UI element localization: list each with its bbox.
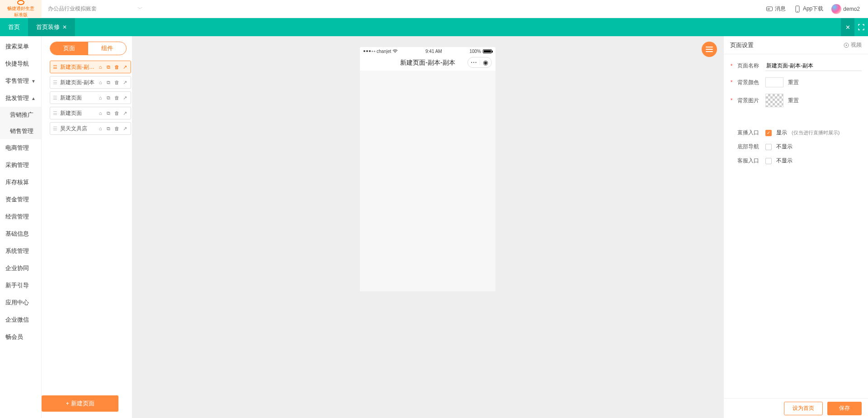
nav-label: 应用中心 xyxy=(5,299,29,307)
video-help-link[interactable]: 视频 xyxy=(844,41,862,49)
account-selector[interactable]: 办公品行业模拟账套 ﹀ xyxy=(42,5,766,13)
carrier: chanjet xyxy=(377,49,391,54)
logo[interactable]: 畅捷通好生意 标准版 xyxy=(0,0,42,18)
nav-label: 经营管理 xyxy=(5,213,29,221)
app-download-link[interactable]: App下载 xyxy=(794,5,823,13)
top-header: 畅捷通好生意 标准版 办公品行业模拟账套 ﹀ 消息 App下载 demo2 xyxy=(0,0,868,18)
nav-guide[interactable]: 新手引导 xyxy=(0,277,41,294)
capsule-close-icon[interactable]: ◉ xyxy=(480,59,492,66)
drag-icon[interactable]: ☰ xyxy=(53,64,57,70)
delete-icon[interactable]: 🗑 xyxy=(113,125,120,132)
fullscreen-button[interactable] xyxy=(854,18,868,36)
checkbox-service[interactable] xyxy=(765,158,772,164)
input-page-name[interactable] xyxy=(765,61,862,71)
new-page-button[interactable]: + 新建页面 xyxy=(42,395,118,412)
share-icon[interactable]: ↗ xyxy=(122,110,128,116)
home-icon[interactable]: ⌂ xyxy=(97,79,104,86)
nav-retail[interactable]: 零售管理▼ xyxy=(0,72,41,90)
bg-color-swatch[interactable] xyxy=(765,77,783,87)
switch-component[interactable]: 组件 xyxy=(88,42,126,55)
switch-page[interactable]: 页面 xyxy=(50,42,88,55)
nav-basic[interactable]: 基础信息 xyxy=(0,225,41,242)
nav-wholesale[interactable]: 批发管理▲ xyxy=(0,90,41,107)
set-home-button[interactable]: 设为首页 xyxy=(784,402,823,415)
nav-search[interactable]: 搜索菜单 xyxy=(0,38,41,55)
nav-member[interactable]: 畅会员 xyxy=(0,328,41,346)
wifi-icon xyxy=(392,49,398,53)
tab-home[interactable]: 首页 xyxy=(0,18,28,36)
tab-close-all-button[interactable]: ✕ xyxy=(841,18,854,36)
copy-icon[interactable]: ⧉ xyxy=(105,64,112,70)
tab-bar-actions: ✕ xyxy=(841,18,868,36)
delete-icon[interactable]: 🗑 xyxy=(113,79,120,86)
copy-icon[interactable]: ⧉ xyxy=(105,110,112,116)
copy-icon[interactable]: ⧉ xyxy=(105,95,112,101)
drag-icon[interactable]: ☰ xyxy=(53,126,57,132)
page-item[interactable]: ☰ 新建页面-副本... ⌂ ⧉ 🗑 ↗ xyxy=(50,61,131,73)
bg-image-swatch[interactable] xyxy=(765,94,783,107)
home-icon[interactable]: ⌂ xyxy=(97,110,104,116)
settings-title: 页面设置 xyxy=(730,41,754,49)
nav-system[interactable]: 系统管理 xyxy=(0,242,41,260)
nav-quick[interactable]: 快捷导航 xyxy=(0,55,41,72)
tab-editor-label: 首页装修 xyxy=(36,23,60,31)
copy-icon[interactable]: ⧉ xyxy=(105,79,112,86)
nav-marketing[interactable]: 营销推广 xyxy=(0,107,41,123)
save-button[interactable]: 保存 xyxy=(827,402,862,415)
close-icon[interactable]: ✕ xyxy=(62,24,67,30)
share-icon[interactable]: ↗ xyxy=(122,64,128,70)
reset-bg-color[interactable]: 重置 xyxy=(788,79,799,86)
page-name: 新建页面 xyxy=(60,94,94,102)
nav-appcenter[interactable]: 应用中心 xyxy=(0,294,41,311)
share-icon[interactable]: ↗ xyxy=(122,95,128,101)
messages-link[interactable]: 消息 xyxy=(766,5,786,13)
copy-icon[interactable]: ⧉ xyxy=(105,125,112,132)
label-bottom-nav: 底部导航 xyxy=(737,143,761,151)
field-page-name: * 页面名称 xyxy=(730,61,862,71)
nav-wecom[interactable]: 企业微信 xyxy=(0,311,41,328)
miniapp-capsule[interactable]: ⋯ ◉ xyxy=(467,57,492,68)
nav-purchase[interactable]: 采购管理 xyxy=(0,157,41,174)
page-item[interactable]: ☰ 新建页面 ⌂⧉🗑↗ xyxy=(50,91,131,104)
phone-body[interactable] xyxy=(360,71,495,291)
settings-header: 页面设置 视频 xyxy=(724,36,868,54)
drag-icon[interactable]: ☰ xyxy=(53,95,57,101)
home-icon[interactable]: ⌂ xyxy=(97,64,104,70)
canvas-menu-button[interactable] xyxy=(702,42,717,57)
reset-bg-image[interactable]: 重置 xyxy=(788,97,799,104)
delete-icon[interactable]: 🗑 xyxy=(113,110,120,116)
nav-inventory[interactable]: 库存核算 xyxy=(0,174,41,191)
nav-label: 零售管理 xyxy=(5,77,29,85)
nav-label: 电商管理 xyxy=(5,144,29,152)
drag-icon[interactable]: ☰ xyxy=(53,80,57,86)
capsule-more-icon[interactable]: ⋯ xyxy=(468,59,480,66)
field-live: * 直播入口 ✓ 显示 (仅当进行直播时展示) xyxy=(730,129,862,137)
checkbox-live-label: 显示 xyxy=(776,129,787,137)
share-icon[interactable]: ↗ xyxy=(122,79,128,86)
page-item[interactable]: ☰ 昊天文具店 ⌂⧉🗑↗ xyxy=(50,122,131,135)
page-item[interactable]: ☰ 新建页面-副本 ⌂⧉🗑↗ xyxy=(50,76,131,89)
page-list-column: 页面 组件 ☰ 新建页面-副本... ⌂ ⧉ 🗑 ↗ xyxy=(42,36,132,418)
checkbox-live[interactable]: ✓ xyxy=(765,130,772,136)
checkbox-service-label: 不显示 xyxy=(776,157,793,165)
home-icon[interactable]: ⌂ xyxy=(97,95,104,101)
video-label: 视频 xyxy=(851,41,862,49)
nav-label: 库存核算 xyxy=(5,178,29,186)
checkbox-bottom-nav[interactable] xyxy=(765,144,772,150)
nav-finance[interactable]: 资金管理 xyxy=(0,191,41,208)
delete-icon[interactable]: 🗑 xyxy=(113,95,120,101)
nav-ecommerce[interactable]: 电商管理 xyxy=(0,139,41,157)
tab-editor[interactable]: 首页装修 ✕ xyxy=(28,18,75,36)
delete-icon[interactable]: 🗑 xyxy=(113,64,120,70)
fullscreen-icon xyxy=(858,24,864,30)
nav-collab[interactable]: 企业协同 xyxy=(0,260,41,277)
nav-operation[interactable]: 经营管理 xyxy=(0,208,41,225)
home-icon[interactable]: ⌂ xyxy=(97,125,104,132)
page-item[interactable]: ☰ 新建页面 ⌂⧉🗑↗ xyxy=(50,107,131,119)
nav-label: 企业协同 xyxy=(5,264,29,272)
user-menu[interactable]: demo2 xyxy=(831,4,860,14)
share-icon[interactable]: ↗ xyxy=(122,125,128,132)
phone-time: 9:41 AM xyxy=(425,49,442,54)
drag-icon[interactable]: ☰ xyxy=(53,110,57,116)
nav-sales[interactable]: 销售管理 xyxy=(0,123,41,139)
